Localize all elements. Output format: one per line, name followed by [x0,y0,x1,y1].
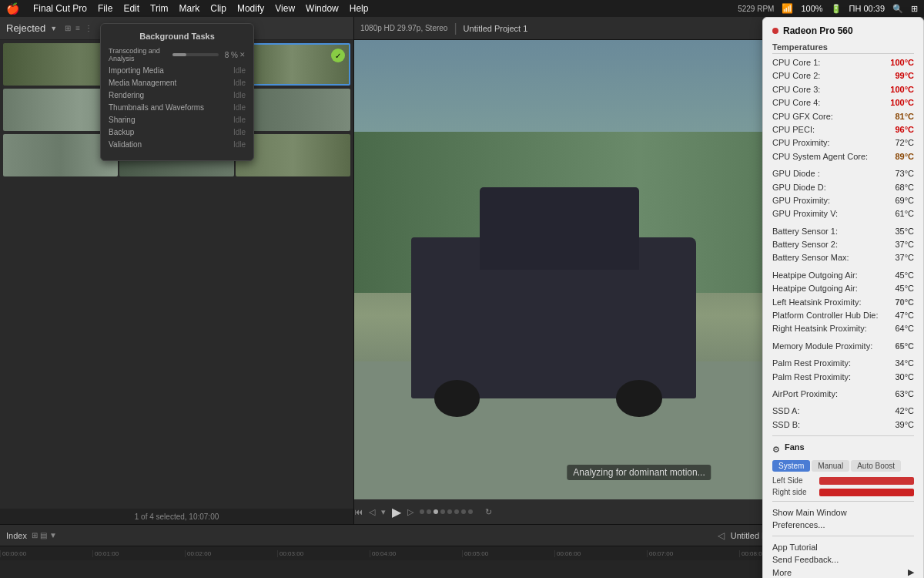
stat-cpu-core-2: CPU Core 2: 99°C [772,70,914,82]
stat-ssd-a: SSD A: 42°C [772,405,914,417]
task-status-backup: Idle [233,128,246,136]
task-row-thumbnails: Thumbnails and Waveforms Idle [109,103,246,112]
fan-tab-autoboost[interactable]: Auto Boost [851,460,901,472]
selection-text: 1 of 4 selected, 10:07:00 [135,512,219,521]
ruler-mark-0: 00:00:00 [0,550,92,557]
menu-mark[interactable]: Mark [179,3,200,14]
gpu-popup: Radeon Pro 560 Temperatures CPU Core 1: … [762,17,924,578]
menubar-left: 🍎 Final Cut Pro File Edit Trim Mark Clip… [6,2,368,15]
stat-batt-2: Battery Sensor 2: 37°C [772,239,914,250]
task-row-validation: Validation Idle [109,140,246,149]
prev-project-icon[interactable]: ◁ [718,530,725,541]
battery-icon: 🔋 [831,4,842,14]
next-frame-icon[interactable]: ▷ [407,507,413,517]
dot-1 [420,509,424,514]
clock-display: ПН 00:39 [849,4,885,13]
menu-trim[interactable]: Trim [150,3,169,14]
browser-options-icon[interactable]: ⋮ [85,24,92,32]
apple-menu[interactable]: 🍎 [6,2,19,15]
task-status-importing: Idle [233,66,246,75]
loop-icon[interactable]: ↻ [485,507,492,517]
battery-display: 100% [801,4,822,13]
list-view-icon[interactable]: ≡ [75,24,80,32]
task-row-importing: Importing Media Idle [109,66,246,75]
task-status-sharing: Idle [233,116,246,124]
stat-cpu-core-4: CPU Core 4: 100°C [772,97,914,109]
play-button[interactable]: ▶ [392,505,401,519]
chevron-down-icon[interactable]: ▼ [50,25,57,32]
popup-show-main[interactable]: Show Main Window [772,506,914,519]
temps-section-title: Temperatures [772,42,914,54]
ruler-mark-6: 00:06:00 [554,550,647,557]
popup-tutorial[interactable]: App Tutorial [772,541,914,553]
fans-icon: ⚙ [772,445,780,455]
stat-cpu-prox: CPU Proximity: 72°C [772,137,914,149]
clips-view-icon[interactable]: ⊞ [32,531,38,539]
timeline-list-icon[interactable]: ▤ [40,531,47,539]
index-label: Index [6,531,27,540]
menu-view[interactable]: View [275,3,295,14]
stat-mem-prox: Memory Module Proximity: 65°C [772,341,914,352]
task-row-rendering: Rendering Idle [109,91,246,99]
stat-ssd-b: SSD B: 39°C [772,419,914,431]
stat-gpu-prox-v: GPU Proximity V: 61°C [772,208,914,220]
timeline-options-icon[interactable]: ▼ [49,531,57,539]
popup-preferences[interactable]: Preferences... [772,519,914,531]
task-name-backup: Backup [109,128,233,136]
task-name-sharing: Sharing [109,116,233,124]
menu-app[interactable]: Final Cut Pro [33,3,87,14]
task-name-media-mgmt: Media Management [109,79,233,87]
task-status-validation: Idle [233,140,246,149]
fans-section: ⚙ Fans System Manual Auto Boost Left Sid… [772,442,914,496]
go-to-start-icon[interactable]: ⏮ [354,507,363,516]
menu-clip[interactable]: Clip [210,3,226,14]
stat-cpu-sys-agent: CPU System Agent Core: 89°C [772,151,914,163]
task-row-transcoding: Transcoding and Analysis 8 % ✕ [109,47,246,62]
playback-dots [420,509,473,514]
task-row-backup: Backup Idle [109,128,246,136]
stat-cpu-peci: CPU PECI: 96°C [772,124,914,136]
analyzing-overlay-text: Analyzing for dominant motion... [567,465,711,480]
menu-modify[interactable]: Modify [237,3,264,14]
timeline-view-btns: ⊞ ▤ ▼ [32,531,57,539]
wifi-icon: 📶 [782,3,793,14]
progress-bar-transcoding [172,53,219,56]
popup-feedback[interactable]: Send Feedback... [772,553,914,566]
task-row-sharing: Sharing Idle [109,116,246,124]
stat-batt-1: Battery Sensor 1: 35°C [772,226,914,237]
prev-frame-icon[interactable]: ◁ [369,507,375,517]
format-info: 1080p HD 29.97p, Stereo [360,24,447,32]
task-status-media-mgmt: Idle [233,79,246,87]
project-name: Untitled Project 1 [464,24,528,33]
task-status-rendering: Idle [233,91,246,99]
popup-more[interactable]: More ▶ [772,566,914,578]
fan-bar-right [819,489,914,496]
task-stop-icon[interactable]: ✕ [239,51,246,59]
playback-options-icon[interactable]: ▾ [381,507,386,517]
search-icon[interactable]: 🔍 [892,4,903,14]
stat-left-heatsink: Left Heatsink Proximity: 70°C [772,297,914,308]
fan-tab-manual[interactable]: Manual [812,460,849,472]
menubar: 🍎 Final Cut Pro File Edit Trim Mark Clip… [0,0,924,17]
stat-batt-max: Battery Sensor Max: 37°C [772,252,914,264]
stat-heatpipe-2: Heatpipe Outgoing Air: 45°C [772,283,914,294]
more-arrow: ▶ [908,567,914,577]
fan-label-right: Right side [772,488,815,496]
ruler-mark-3: 00:03:00 [277,550,370,557]
stat-heatpipe-1: Heatpipe Outgoing Air: 45°C [772,270,914,281]
task-name-transcoding: Transcoding and Analysis [109,47,169,62]
control-center-icon[interactable]: ⊞ [911,4,918,14]
grid-view-icon[interactable]: ⊞ [65,24,71,32]
stat-pch: Platform Controller Hub Die: 47°C [772,310,914,321]
viewer-separator: | [454,22,457,35]
menu-edit[interactable]: Edit [123,3,139,14]
menu-window[interactable]: Window [306,3,339,14]
stat-cpu-core-3: CPU Core 3: 100°C [772,84,914,96]
menu-help[interactable]: Help [350,3,369,14]
popup-divider-2 [772,501,914,502]
menu-file[interactable]: File [98,3,112,14]
stat-gpu-prox: GPU Proximity: 69°C [772,195,914,207]
dot-6 [454,509,459,514]
task-progress-transcoding: 8 % [225,51,238,59]
fan-tab-system[interactable]: System [772,460,810,472]
